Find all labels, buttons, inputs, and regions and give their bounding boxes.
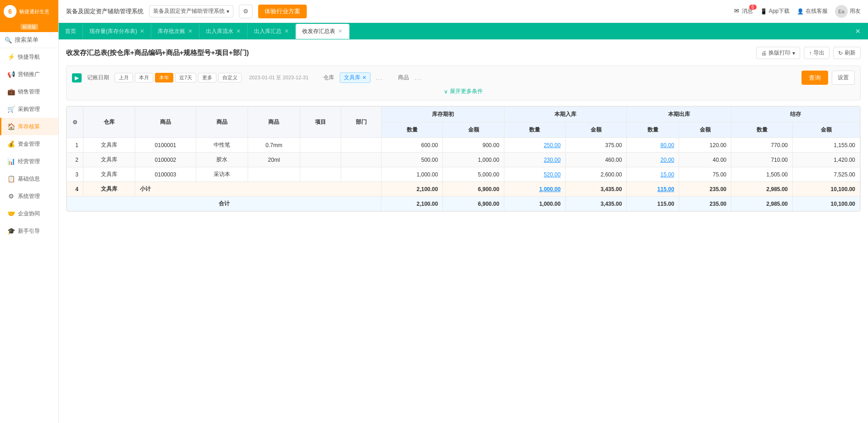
col-out-group-header: 本期出库: [627, 107, 731, 122]
export-button[interactable]: ↑ 导出: [804, 47, 829, 59]
col-goods-spec-header: 商品: [248, 107, 300, 138]
trial-button[interactable]: 体验行业方案: [258, 5, 307, 18]
chevron-down-icon: ▾: [227, 8, 229, 15]
avatar: Ea: [835, 5, 848, 18]
tab-inventory-dist[interactable]: 现存量(库存分布表) ✕: [83, 24, 151, 39]
col-out-amt-header: 金额: [679, 122, 731, 138]
sidebar-item-newbie[interactable]: 🎓 新手引导: [0, 222, 58, 240]
row-opening-amt: 1,000.00: [443, 153, 504, 167]
sidebar-item-finance[interactable]: 💰 资金管理: [0, 135, 58, 153]
sidebar-item-quicknav[interactable]: ⚡ 快捷导航: [0, 48, 58, 66]
message-icon: ✉: [734, 7, 739, 14]
sidebar-item-base[interactable]: 📋 基础信息: [0, 170, 58, 187]
col-goods-name-header: 商品: [196, 107, 248, 138]
tab-inout-summary[interactable]: 出入库汇总 ✕: [248, 24, 296, 39]
date-btn-this-year[interactable]: 本年: [155, 73, 173, 82]
subtotal-label: 小计: [135, 182, 381, 197]
row-opening-amt: 5,000.00: [443, 167, 504, 182]
total-closing-qty: 2,985.00: [731, 197, 793, 211]
online-service-label: 在线客服: [806, 7, 828, 15]
subtotal-out-amt: 235.00: [679, 182, 731, 197]
tab-batch-close[interactable]: ✕: [188, 28, 193, 34]
tab-home[interactable]: 首页: [59, 24, 83, 39]
logo-text: 畅捷通好生意: [19, 8, 50, 15]
sidebar-item-operations[interactable]: 📊 经营管理: [0, 153, 58, 170]
warehouse-tag-remove[interactable]: ✕: [362, 75, 366, 81]
search-icon: 🔍: [5, 37, 12, 44]
total-out-qty: 115.00: [627, 197, 679, 211]
sidebar-item-marketing[interactable]: 📢 营销推广: [0, 66, 58, 83]
row-goods-spec: 0.7mm: [248, 138, 300, 153]
subtotal-in-amt: 3,435.00: [565, 182, 627, 197]
row-opening-amt: 900.00: [443, 138, 504, 153]
sidebar-item-label: 快捷导航: [18, 53, 40, 61]
sidebar-search[interactable]: 🔍 搜索菜单: [0, 32, 58, 48]
settings-gear-button[interactable]: ⚙: [239, 5, 253, 18]
print-label: 换版打印: [768, 49, 791, 57]
user-menu[interactable]: Ea 用友: [835, 5, 861, 18]
table-row: 1 文具库 0100001 中性笔 0.7mm 600.00 900.00 25…: [67, 138, 860, 153]
filter-toggle-button[interactable]: ▶: [72, 73, 82, 82]
row-in-amt: 375.00: [565, 138, 627, 153]
table-settings-icon[interactable]: ⚙: [72, 119, 77, 126]
col-opening-amt-header: 金额: [443, 122, 504, 138]
refresh-button[interactable]: ↻ 刷新: [833, 47, 861, 59]
warehouse-filter-label: 仓库: [323, 74, 334, 82]
warehouse-filter-dots[interactable]: ...: [376, 75, 383, 81]
row-project: [300, 153, 341, 167]
query-button[interactable]: 查询: [802, 71, 828, 85]
tab-inout-flow[interactable]: 出入库流水 ✕: [199, 24, 248, 39]
sidebar-edition: 标准版: [0, 23, 58, 32]
system-dropdown[interactable]: 装备及固定资产辅助管理系统 ▾: [149, 5, 233, 17]
col-warehouse-header: 仓库: [83, 107, 135, 138]
sidebar-item-label: 企业协同: [18, 210, 40, 218]
date-btn-last-month[interactable]: 上月: [115, 73, 133, 82]
print-button[interactable]: 🖨 换版打印 ▾: [756, 47, 800, 59]
online-service-button[interactable]: 👤 在线客服: [797, 7, 828, 15]
tab-inventory-dist-close[interactable]: ✕: [140, 28, 144, 34]
subtotal-warehouse: 文具库: [83, 182, 135, 197]
row-goods-code: 0100001: [135, 138, 196, 153]
table-row: 2 文具库 0100002 胶水 20ml 500.00 1,000.00 23…: [67, 153, 860, 167]
finance-icon: 💰: [7, 140, 15, 148]
filter-settings-button[interactable]: 设置: [832, 71, 855, 85]
date-btn-custom[interactable]: 自定义: [218, 73, 242, 82]
date-btn-7days[interactable]: 近7天: [175, 73, 196, 82]
expand-more-button[interactable]: ∨ 展开更多条件: [444, 88, 483, 95]
sidebar-item-inventory[interactable]: 🏠 库存核算: [0, 118, 58, 135]
sidebar-item-system[interactable]: ⚙ 系统管理: [0, 187, 58, 205]
data-table-wrap: ⚙ 仓库 商品 商品 商品 项目 部门 库存期初 本期入库 本期出库 结存: [66, 106, 861, 212]
enterprise-icon: 🤝: [7, 209, 15, 218]
sidebar-item-sales[interactable]: 💼 销售管理: [0, 83, 58, 100]
subtotal-opening-qty: 2,100.00: [381, 182, 443, 197]
tab-batch[interactable]: 库存批次账 ✕: [151, 24, 199, 39]
user-label: 用友: [850, 7, 861, 15]
tab-inout-summary-close[interactable]: ✕: [284, 28, 289, 34]
tab-inout-summary-label: 出入库汇总: [254, 27, 282, 35]
system-icon: ⚙: [7, 192, 15, 200]
download-icon: 📱: [760, 8, 767, 15]
row-goods-spec: [248, 167, 300, 182]
total-out-amt: 235.00: [679, 197, 731, 211]
goods-filter-dots[interactable]: ...: [415, 75, 422, 81]
sidebar-item-enterprise[interactable]: 🤝 企业协同: [0, 205, 58, 222]
export-label: 导出: [813, 49, 824, 57]
date-buttons: 上月 本月 本年 近7天 更多 自定义: [115, 73, 242, 82]
sidebar-item-purchase[interactable]: 🛒 采购管理: [0, 100, 58, 118]
col-closing-amt-header: 金额: [792, 122, 860, 138]
chevron-down-icon: ▾: [792, 50, 795, 56]
app-download-button[interactable]: 📱 App下载: [760, 7, 790, 15]
date-btn-more[interactable]: 更多: [198, 73, 216, 82]
row-in-qty: 230.00: [504, 153, 565, 167]
messages-button[interactable]: ✉ 6 消息: [734, 7, 753, 15]
subtotal-closing-amt: 10,100.00: [792, 182, 860, 197]
date-btn-this-month[interactable]: 本月: [135, 73, 153, 82]
tab-inout-flow-close[interactable]: ✕: [236, 28, 241, 34]
col-settings-header: ⚙: [67, 107, 83, 138]
content-area: 收发存汇总表(按仓库+商品编码+商品+规格型号+项目+部门) 🖨 换版打印 ▾ …: [59, 39, 868, 423]
tab-close-all[interactable]: ✕: [851, 27, 864, 35]
row-out-amt: 40.00: [679, 153, 731, 167]
sidebar-logo: 6 畅捷通好生意: [0, 0, 58, 23]
tab-recv-send-summary[interactable]: 收发存汇总表 ✕: [296, 24, 349, 39]
tab-recv-send-summary-close[interactable]: ✕: [338, 28, 343, 34]
